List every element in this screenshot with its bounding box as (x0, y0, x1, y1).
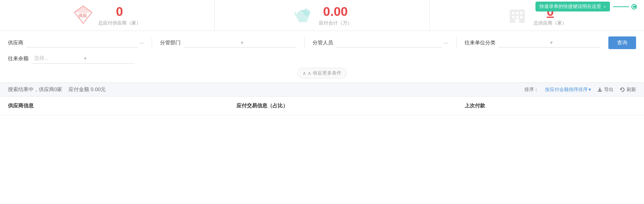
piggy-bank-icon (292, 4, 313, 27)
payable-suppliers-count: 0 (116, 4, 123, 19)
stat-payable-total: 0.00 应付合计（万） (215, 0, 429, 31)
person-label: 分管人员 (312, 39, 333, 46)
balance-field: 往来余额 选择... ▾ (8, 53, 135, 64)
supplier-label: 供应商 (8, 39, 23, 46)
results-text: 搜索结果中，供应商0家 (8, 86, 62, 93)
table-header: 供应商信息 应付交易信息（占比） 上次付款 (0, 97, 644, 115)
search-form: 供应商 ··· 分管部门 ▾ 分管人员 ··· 往来单位分类 ▾ (0, 31, 644, 83)
dept-select[interactable]: ▾ (184, 38, 296, 48)
col-payable-header: 应付交易信息（占比） (236, 102, 465, 109)
svg-rect-16 (512, 16, 514, 18)
divider-3 (456, 37, 457, 48)
balance-chevron: ▾ (84, 55, 132, 61)
total-suppliers-label: 总供应商（家） (533, 20, 567, 27)
results-amount: 应付金额 0.00元 (69, 86, 106, 93)
person-input[interactable] (336, 38, 442, 48)
collapse-label: 收起更多条件 (313, 70, 341, 76)
dept-field: 分管部门 ▾ (160, 38, 296, 48)
collapse-row: ∧ ∧ 收起更多条件 (8, 68, 636, 78)
sort-label: 排序： (524, 86, 539, 93)
tooltip-container: 快速录单的快捷键说明在这里 × (535, 2, 636, 11)
svg-rect-18 (520, 16, 522, 18)
unit-label: 往来单位分类 (465, 39, 495, 46)
svg-rect-20 (598, 91, 602, 92)
svg-rect-6 (301, 10, 305, 11)
svg-rect-10 (306, 20, 307, 23)
balance-select[interactable]: 选择... ▾ (32, 53, 135, 64)
divider-2 (304, 37, 305, 48)
refresh-icon (620, 87, 625, 92)
svg-rect-7 (299, 20, 300, 23)
collapse-button[interactable]: ∧ ∧ 收起更多条件 (297, 68, 346, 78)
results-summary: 搜索结果中，供应商0家 应付金额 0.00元 (8, 86, 106, 93)
svg-text:供应: 供应 (78, 13, 87, 18)
balance-label: 往来余额 (8, 55, 29, 62)
tooltip-close[interactable]: × (604, 4, 606, 9)
balance-placeholder: 选择... (34, 55, 82, 62)
results-actions: 排序： 按应付会额倒序排序 ▾ 导出 刷新 (524, 86, 636, 93)
svg-rect-15 (520, 12, 522, 14)
person-field: 分管人员 ··· (312, 38, 448, 48)
col-lastpay-header: 上次付款 (465, 102, 636, 109)
search-row-2: 往来余额 选择... ▾ (8, 53, 135, 64)
stats-bar: 供应 0 总应付供应商（家） (0, 0, 644, 31)
dept-label: 分管部门 (160, 39, 181, 46)
unit-chevron: ▾ (550, 40, 598, 46)
svg-rect-17 (516, 16, 518, 18)
sort-value: 按应付会额倒序排序 (545, 86, 588, 93)
person-dots[interactable]: ··· (444, 40, 448, 46)
payable-total-label: 应付合计（万） (319, 20, 352, 27)
query-button[interactable]: 查询 (608, 36, 636, 49)
supplier-field: 供应商 ··· (8, 38, 144, 48)
stat-total-suppliers: 快速录单的快捷键说明在这里 × (430, 0, 644, 31)
export-icon (597, 87, 602, 92)
stat-payable-suppliers: 供应 0 总应付供应商（家） (0, 0, 215, 31)
export-label: 导出 (604, 86, 614, 93)
unit-select[interactable]: ▾ (499, 38, 600, 48)
search-row-1: 供应商 ··· 分管部门 ▾ 分管人员 ··· 往来单位分类 ▾ (8, 36, 636, 49)
payable-total-count: 0.00 (323, 4, 348, 19)
col-supplier-header: 供应商信息 (8, 102, 236, 109)
svg-rect-14 (516, 12, 518, 14)
collapse-chevron-up: ∧ ∧ (303, 71, 311, 76)
building-icon (507, 4, 528, 27)
svg-point-5 (305, 8, 307, 11)
svg-rect-8 (301, 20, 303, 23)
svg-rect-13 (512, 12, 514, 14)
unit-field: 往来单位分类 ▾ (465, 38, 600, 48)
dept-chevron: ▾ (241, 40, 294, 46)
supplier-dots[interactable]: ··· (139, 40, 144, 46)
sort-chevron: ▾ (589, 87, 591, 92)
svg-rect-9 (303, 20, 305, 23)
svg-point-11 (307, 12, 309, 13)
table-container: 供应商信息 应付交易信息（占比） 上次付款 (0, 97, 644, 204)
svg-rect-19 (515, 19, 519, 23)
results-bar: 搜索结果中，供应商0家 应付金额 0.00元 排序： 按应付会额倒序排序 ▾ 导… (0, 83, 644, 97)
svg-point-4 (303, 9, 311, 16)
svg-marker-1 (74, 6, 92, 13)
table-body (0, 115, 644, 204)
divider-1 (152, 37, 152, 48)
diamond-icon: 供应 (74, 5, 93, 25)
tooltip-line (613, 6, 629, 7)
refresh-label: 刷新 (627, 86, 636, 93)
sort-select[interactable]: 按应付会额倒序排序 ▾ (545, 86, 591, 93)
refresh-button[interactable]: 刷新 (620, 86, 636, 93)
supplier-input[interactable] (27, 38, 138, 48)
payable-suppliers-label: 总应付供应商（家） (98, 20, 141, 27)
tooltip-bubble: 快速录单的快捷键说明在这里 × (535, 2, 610, 11)
export-button[interactable]: 导出 (597, 86, 614, 93)
tooltip-text: 快速录单的快捷键说明在这里 (539, 3, 601, 10)
